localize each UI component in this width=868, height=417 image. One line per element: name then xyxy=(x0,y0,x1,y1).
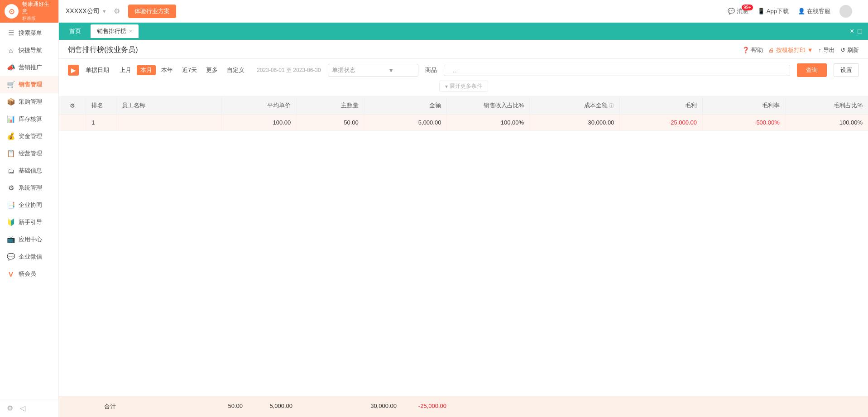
date-range-text: 2023-06-01 至 2023-06-30 xyxy=(257,67,321,74)
status-filter[interactable]: 单据状态 ▼ xyxy=(328,64,418,77)
th-gross-pct: 毛利占比% xyxy=(785,97,868,115)
main-table: ⚙ 排名 员工名称 平均单价 主数量 全额 销售收入占比% 成本全额 ⓘ 毛利 … xyxy=(59,97,868,131)
sidebar-item-search-orders[interactable]: ☰ 搜索菜单 xyxy=(0,24,58,42)
th-sales-pct: 销售收入占比% xyxy=(447,97,530,115)
enterprise-wechat-icon: 💬 xyxy=(7,253,15,261)
sidebar-collapse-icon[interactable]: ◁ xyxy=(20,404,25,412)
search-orders-icon: ☰ xyxy=(7,29,15,37)
date-tab-more[interactable]: 更多 xyxy=(202,65,221,75)
sidebar-item-member[interactable]: V 畅会员 xyxy=(0,265,58,283)
sidebar-item-new-guide[interactable]: 🔰 新手引导 xyxy=(0,214,58,231)
logo-text-wrap: 畅康通好生意 标准版 xyxy=(22,1,54,21)
sidebar-item-label: 库存核算 xyxy=(19,115,42,123)
filter-toggle-btn[interactable]: ▶ xyxy=(68,65,79,76)
sidebar: ⊙ 畅康通好生意 标准版 ☰ 搜索菜单 ⌂ 快捷导航 📣 营销推广 🛒 销售管理… xyxy=(0,0,59,417)
sidebar-item-operations[interactable]: 📋 经营管理 xyxy=(0,145,58,162)
message-btn[interactable]: 💬 消息 99+ xyxy=(728,7,748,15)
sidebar-item-inventory[interactable]: 📊 库存核算 xyxy=(0,110,58,128)
td-cost: 30,000.00 xyxy=(530,115,620,131)
date-tab-last-month[interactable]: 上月 xyxy=(116,65,135,75)
sidebar-item-app-center[interactable]: 📺 应用中心 xyxy=(0,231,58,248)
inventory-icon: 📊 xyxy=(7,115,15,123)
enterprise-collab-icon: 📑 xyxy=(7,201,15,209)
status-dropdown-icon: ▼ xyxy=(388,67,414,74)
table-header-row: ⚙ 排名 员工名称 平均单价 主数量 全额 销售收入占比% 成本全额 ⓘ 毛利 … xyxy=(59,97,868,115)
td-qty: 50.00 xyxy=(297,115,364,131)
tab-home[interactable]: 首页 xyxy=(61,24,89,39)
footer-gross-pct xyxy=(502,401,551,412)
tab-window-close-btn[interactable]: × xyxy=(850,27,854,35)
goods-filter[interactable]: … xyxy=(444,65,790,76)
logo-subtitle: 标准版 xyxy=(22,15,54,22)
export-btn[interactable]: ↑ 导出 xyxy=(819,46,835,54)
table-row: 1 100.00 50.00 5,000.00 100.00% 30,000.0… xyxy=(59,115,868,131)
td-gross-pct: 100.00% xyxy=(785,115,868,131)
tabbar: 首页 销售排行榜 × × □ xyxy=(59,23,868,40)
company-dropdown-icon: ▼ xyxy=(102,9,107,14)
online-service-btn[interactable]: 👤 在线客服 xyxy=(798,7,830,15)
app-download-btn[interactable]: 📱 App下载 xyxy=(758,7,789,15)
purchase-icon: 📦 xyxy=(7,98,15,106)
expand-btn[interactable]: ▾ 展开更多条件 xyxy=(439,81,488,92)
date-tab-custom[interactable]: 自定义 xyxy=(223,65,248,75)
filter-row: ▶ 单据日期 上月 本月 本年 近7天 更多 自定义 2023-06-01 至 … xyxy=(68,63,859,77)
table-wrap[interactable]: ⚙ 排名 员工名称 平均单价 主数量 全额 销售收入占比% 成本全额 ⓘ 毛利 … xyxy=(59,97,868,396)
page-content: 销售排行榜(按业务员) ❓ 帮助 🖨 按模板打印 ▼ ↑ 导出 ↺ 刷新 xyxy=(59,40,868,417)
sidebar-item-label: 营销推广 xyxy=(19,63,42,72)
topbar-gear-icon[interactable]: ⚙ xyxy=(114,7,120,15)
goods-more-icon[interactable]: … xyxy=(452,67,458,74)
print-icon: 🖨 xyxy=(768,47,774,53)
date-tab-7days[interactable]: 近7天 xyxy=(178,65,201,75)
tab-close-icon[interactable]: × xyxy=(129,28,132,34)
tab-home-label: 首页 xyxy=(69,28,81,34)
company-name: XXXXX公司 xyxy=(66,7,100,15)
th-qty: 主数量 xyxy=(297,97,364,115)
print-btn[interactable]: 🖨 按模板打印 ▼ xyxy=(768,46,813,54)
sidebar-item-enterprise-collab[interactable]: 📑 企业协同 xyxy=(0,197,58,214)
sidebar-item-finance[interactable]: 💰 资金管理 xyxy=(0,128,58,145)
sidebar-item-enterprise-wechat[interactable]: 💬 企业微信 xyxy=(0,248,58,265)
sidebar-item-marketing[interactable]: 📣 营销推广 xyxy=(0,59,58,76)
query-btn[interactable]: 查询 xyxy=(797,63,827,77)
refresh-btn[interactable]: ↺ 刷新 xyxy=(840,46,859,54)
tab-window-maximize-btn[interactable]: □ xyxy=(858,27,862,35)
footer-gross: -25,000.00 xyxy=(402,401,452,412)
page-header: 销售排行榜(按业务员) ❓ 帮助 🖨 按模板打印 ▼ ↑ 导出 ↺ 刷新 xyxy=(59,40,868,59)
sidebar-item-label: 系统管理 xyxy=(19,184,42,192)
date-tab-this-year[interactable]: 本年 xyxy=(158,65,177,75)
td-gross: -25,000.00 xyxy=(620,115,703,131)
setting-btn[interactable]: 设置 xyxy=(834,63,859,77)
sidebar-item-quick-nav[interactable]: ⌂ 快捷导航 xyxy=(0,42,58,59)
footer-label: 合计 xyxy=(99,401,162,412)
sidebar-item-basic-info[interactable]: 🗂 基础信息 xyxy=(0,162,58,179)
sidebar-settings-icon[interactable]: ⚙ xyxy=(7,404,13,412)
footer-settings-cell xyxy=(64,401,81,412)
th-gross: 毛利 xyxy=(620,97,703,115)
date-tab-this-month[interactable]: 本月 xyxy=(137,65,156,75)
refresh-label: 刷新 xyxy=(847,46,859,54)
help-label: 帮助 xyxy=(751,46,763,54)
cost-info-icon: ⓘ xyxy=(609,103,614,108)
sidebar-item-purchase[interactable]: 📦 采购管理 xyxy=(0,93,58,110)
footer-gross-rate xyxy=(452,401,502,412)
footer-sales-pct xyxy=(298,401,348,412)
th-gross-rate: 毛利率 xyxy=(703,97,786,115)
footer-rank-cell xyxy=(81,401,99,412)
avatar[interactable] xyxy=(839,5,852,18)
th-settings[interactable]: ⚙ xyxy=(59,97,86,115)
sidebar-item-sales[interactable]: 🛒 销售管理 xyxy=(0,76,58,93)
sidebar-item-label: 企业微信 xyxy=(19,253,42,261)
expand-chevron-icon: ▾ xyxy=(445,83,448,90)
help-icon: ❓ xyxy=(742,47,749,53)
help-btn[interactable]: ❓ 帮助 xyxy=(742,46,763,54)
sidebar-item-system[interactable]: ⚙ 系统管理 xyxy=(0,179,58,197)
tab-sales-ranking[interactable]: 销售排行榜 × xyxy=(91,24,139,38)
sidebar-item-label: 畅会员 xyxy=(19,270,36,278)
footer-cost: 30,000.00 xyxy=(348,401,402,412)
sidebar-item-label: 新手引导 xyxy=(19,218,42,226)
operations-icon: 📋 xyxy=(7,149,15,158)
company-selector[interactable]: XXXXX公司 ▼ xyxy=(66,7,107,15)
page-title: 销售排行榜(按业务员) xyxy=(68,45,138,55)
footer-total: 5,000.00 xyxy=(248,401,298,412)
trial-btn[interactable]: 体验行业方案 xyxy=(128,5,176,18)
